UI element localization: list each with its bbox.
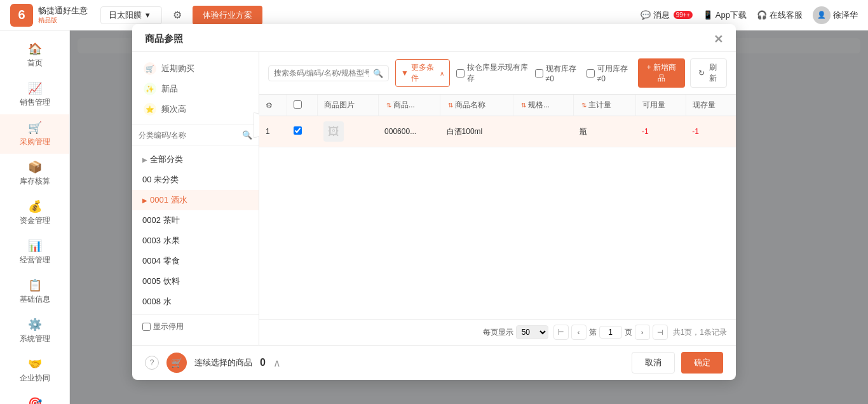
category-drinks[interactable]: 0005 饮料 — [132, 271, 259, 292]
phone-icon: 📱 — [703, 10, 713, 20]
inventory-icon: 📦 — [28, 160, 42, 174]
modal-right-panel: 🔍 ▼ 更多条件 ∧ 按仓库显示现有库存 现有库存≠0 可用库存≠0 — [259, 52, 736, 345]
category-search-area: 🔍 — [132, 125, 259, 145]
category-all[interactable]: ▶ 全部分类 — [132, 149, 259, 170]
quick-filter-new[interactable]: ✨ 新品 — [139, 79, 252, 99]
sidebar: 🏠 首页 📈 销售管理 🛒 采购管理 📦 库存核算 💰 资金管理 📊 经营管理 … — [0, 30, 70, 404]
sidebar-item-system[interactable]: ⚙️ 系统管理 — [0, 311, 69, 351]
refresh-icon: ↻ — [698, 69, 705, 77]
home-icon: 🏠 — [28, 42, 42, 56]
category-water[interactable]: 0008 水 — [132, 292, 259, 312]
modal-left-panel: 🛒 近期购买 ✨ 新品 ⭐ 频次高 《 🔍 — [132, 52, 259, 345]
modal-close-button[interactable]: ✕ — [714, 34, 723, 45]
refresh-button[interactable]: ↻ 刷新 — [690, 58, 727, 88]
purchase-icon: 🛒 — [28, 121, 42, 135]
sidebar-item-sales[interactable]: 📈 销售管理 — [0, 75, 69, 114]
sales-icon: 📈 — [28, 81, 42, 95]
warehouse-filter-checkbox[interactable] — [456, 69, 465, 77]
pagination-bar: 每页显示 50 100 200 ⊢ ‹ 第 页 › ⊣ 共1页，1条记录 — [259, 319, 736, 345]
confirm-button[interactable]: 确定 — [681, 352, 723, 374]
row-checkbox[interactable] — [287, 116, 317, 147]
available-nonzero-checkbox[interactable] — [587, 69, 595, 77]
row-image: 🖼 — [317, 116, 378, 147]
select-all-checkbox[interactable] — [294, 100, 302, 109]
col-spec[interactable]: ⇅ 规格... — [513, 95, 573, 116]
finance-icon: 💰 — [28, 199, 42, 213]
quick-filter-recent[interactable]: 🛒 近期购买 — [139, 58, 252, 79]
col-image: 商品图片 — [317, 95, 378, 116]
service-nav-item[interactable]: 🎧 在线客服 — [757, 10, 803, 21]
show-disabled-checkbox[interactable] — [142, 323, 151, 331]
cart-icon[interactable]: 🛒 — [166, 353, 187, 373]
stock-nonzero-checkbox[interactable] — [535, 69, 543, 77]
sidebar-item-inventory[interactable]: 📦 库存核算 — [0, 154, 69, 193]
table-row[interactable]: 1 🖼 000600... 白酒100ml 瓶 -1 -1 — [259, 116, 736, 147]
category-liquor[interactable]: ▶ 0001 酒水 — [132, 190, 259, 210]
category-tea[interactable]: 0002 茶叶 — [132, 210, 259, 231]
sort-icon-name: ⇅ — [448, 102, 453, 109]
user-nav-item[interactable]: 👤 徐泽华 — [813, 6, 858, 24]
settings-icon[interactable]: ⚙ — [167, 5, 187, 25]
warehouse-filter-label: 按仓库显示现有库存 — [456, 62, 529, 84]
first-page-button[interactable]: ⊢ — [553, 325, 569, 340]
col-code[interactable]: ⇅ 商品... — [378, 95, 440, 116]
right-actions: + 新增商品 ↻ 刷新 — [638, 58, 727, 88]
filter-icon: ▼ — [401, 69, 409, 77]
sidebar-item-management[interactable]: 📊 经营管理 — [0, 232, 69, 272]
cancel-button[interactable]: 取消 — [632, 352, 675, 374]
category-fruit[interactable]: 0003 水果 — [132, 231, 259, 251]
sidebar-item-home[interactable]: 🏠 首页 — [0, 36, 69, 75]
chevron-down-icon: ▾ — [146, 10, 150, 20]
col-unit[interactable]: ⇅ 主计量 — [573, 95, 635, 116]
sidebar-item-purchase[interactable]: 🛒 采购管理 — [0, 114, 69, 154]
store-selector[interactable]: 日太阳膜 ▾ — [100, 6, 162, 24]
modal-title: 商品参照 — [145, 33, 183, 45]
col-checkbox[interactable] — [287, 95, 317, 116]
frequent-icon: ⭐ — [144, 103, 156, 116]
prev-page-button[interactable]: ‹ — [571, 325, 587, 340]
col-settings[interactable]: ⚙ — [259, 95, 287, 116]
available-nonzero-filter-label: 可用库存≠0 — [587, 64, 632, 83]
app-download-nav-item[interactable]: 📱 App下载 — [703, 10, 747, 21]
add-product-button[interactable]: + 新增商品 — [638, 58, 685, 88]
page-number-input[interactable] — [599, 326, 622, 339]
messages-nav-item[interactable]: 💬 消息 99++ — [641, 10, 693, 21]
more-filters-button[interactable]: ▼ 更多条件 ∧ — [395, 59, 450, 87]
cat-arrow-liquor: ▶ — [142, 197, 147, 204]
product-table: ⚙ 商品图片 ⇅ 商品... ⇅ 商品名称 — [259, 95, 736, 147]
avatar: 👤 — [813, 6, 831, 24]
sidebar-item-basic-info[interactable]: 📋 基础信息 — [0, 272, 69, 311]
product-thumbnail: 🖼 — [323, 121, 344, 142]
sidebar-item-enterprise[interactable]: 🤝 企业协同 — [0, 351, 69, 390]
category-search-icon[interactable]: 🔍 — [242, 130, 252, 140]
row-select-checkbox[interactable] — [294, 126, 302, 135]
category-search-input[interactable] — [139, 131, 238, 140]
guide-icon: 🎯 — [28, 396, 42, 404]
col-stock: 现存量 — [686, 95, 736, 116]
management-icon: 📊 — [28, 239, 42, 253]
page-size-selector[interactable]: 50 100 200 — [516, 325, 548, 339]
col-available: 可用量 — [635, 95, 686, 116]
category-snacks[interactable]: 0004 零食 — [132, 251, 259, 271]
product-reference-modal: 商品参照 ✕ 🛒 近期购买 ✨ 新品 ⭐ 频次高 《 — [132, 24, 736, 380]
logo-area: 6 畅捷通好生意 精品版 — [10, 4, 88, 27]
page-navigation: ⊢ ‹ 第 页 › ⊣ — [553, 325, 668, 340]
sidebar-item-finance[interactable]: 💰 资金管理 — [0, 193, 69, 232]
product-search-icon[interactable]: 🔍 — [373, 69, 383, 78]
help-button[interactable]: ? — [145, 356, 159, 370]
row-unit: 瓶 — [573, 116, 635, 147]
row-name: 白酒100ml — [440, 116, 513, 147]
last-page-button[interactable]: ⊣ — [653, 325, 668, 340]
next-page-button[interactable]: › — [635, 325, 650, 340]
collapse-selected-button[interactable]: ∧ — [273, 357, 281, 369]
show-disabled-area: 显示停用 — [132, 314, 259, 339]
col-name[interactable]: ⇅ 商品名称 — [440, 95, 513, 116]
trial-button[interactable]: 体验行业方案 — [193, 6, 262, 25]
row-spec — [513, 116, 573, 147]
quick-filter-frequent[interactable]: ⭐ 频次高 — [139, 99, 252, 119]
row-num: 1 — [259, 116, 287, 147]
category-unclassified[interactable]: 00 未分类 — [132, 170, 259, 190]
sidebar-item-guide[interactable]: 🎯 新手引导 — [0, 390, 69, 404]
recent-buy-icon: 🛒 — [144, 62, 156, 75]
product-search-input[interactable] — [274, 69, 369, 77]
